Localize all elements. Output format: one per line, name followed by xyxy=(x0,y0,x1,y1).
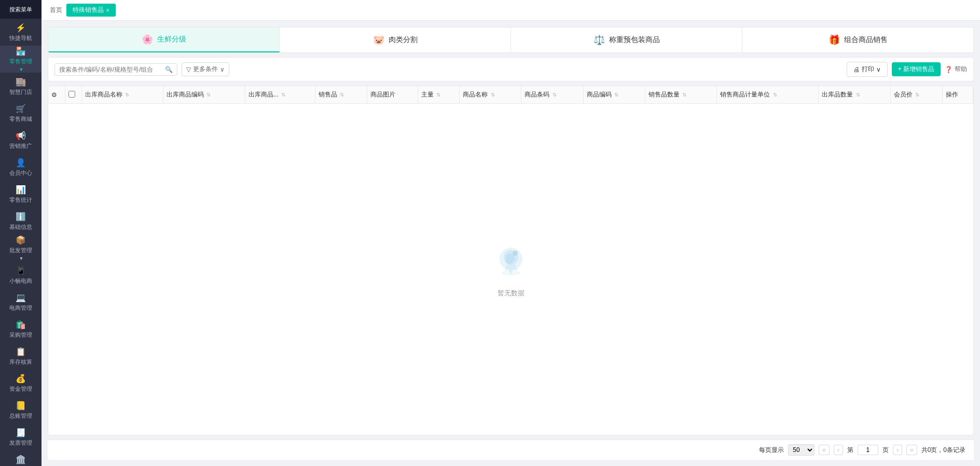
col-settings[interactable]: ⚙ xyxy=(48,86,65,104)
mini-ecom-icon: 📱 xyxy=(16,266,26,276)
wholesale-mgmt-arrow: ▼ xyxy=(19,256,24,261)
svg-point-3 xyxy=(513,251,518,256)
category-tabs: 🌸 生鲜分级 🐷 肉类分割 ⚖️ 称重预包装商品 🎁 组合商品销售 xyxy=(48,27,974,53)
sidebar-item-quick-nav[interactable]: ⚡ 快捷导航 xyxy=(0,19,42,46)
retail-mgmt-icon: 🏪 xyxy=(16,46,26,56)
search-input[interactable] xyxy=(59,66,163,73)
col-member-price[interactable]: 会员价 ⇅ xyxy=(890,86,942,104)
prev-page-button[interactable]: ‹ xyxy=(834,445,843,455)
col-sales-goods[interactable]: 销售品 ⇅ xyxy=(315,86,367,104)
tab-weigh-pack[interactable]: ⚖️ 称重预包装商品 xyxy=(511,28,742,52)
filter-icon: ▽ xyxy=(186,66,191,73)
per-page-label: 每页显示 xyxy=(759,446,784,455)
ecom-mgmt-icon: 💻 xyxy=(16,293,26,303)
sort-icon: ⇅ xyxy=(773,92,777,98)
table-container: ⚙ 出库商品名称 ⇅ 出库商品编码 ⇅ xyxy=(48,86,974,435)
col-out-goods-name[interactable]: 出库商品名称 ⇅ xyxy=(81,86,163,104)
per-page-select[interactable]: 50 10 20 100 xyxy=(788,444,815,456)
sidebar-item-ecom-mgmt[interactable]: 💻 电商管理 xyxy=(0,289,42,316)
filter-button[interactable]: ▽ 更多条件 ∨ xyxy=(182,62,229,76)
sidebar-item-member-center[interactable]: 👤 会员中心 xyxy=(0,154,42,181)
sidebar: 搜索菜单 ⚡ 快捷导航 🏪 零售管理 ▼ 🏬 智慧门店 🛒 零售商城 📢 营销推… xyxy=(0,0,42,466)
sidebar-item-basic-info[interactable]: ℹ️ 基础信息 xyxy=(0,208,42,235)
topbar: 首页 特殊销售品 × xyxy=(42,0,980,21)
sidebar-label-sales-promo: 营销推广 xyxy=(9,142,32,150)
col-goods-name[interactable]: 商品名称 ⇅ xyxy=(460,86,521,104)
smart-store-icon: 🏬 xyxy=(16,77,26,87)
sidebar-item-invoice-mgmt[interactable]: 🧾 发票管理 xyxy=(0,423,42,450)
sidebar-item-mini-ecom[interactable]: 📱 小畅电商 xyxy=(0,262,42,289)
sidebar-item-general-ledger[interactable]: 📒 总账管理 xyxy=(0,396,42,423)
next-page-button[interactable]: › xyxy=(893,445,902,455)
tab-meat-cut[interactable]: 🐷 肉类分割 xyxy=(280,28,511,52)
sort-icon: ⇅ xyxy=(682,92,686,98)
sort-icon: ⇅ xyxy=(436,92,440,98)
empty-state: 暂无数据 xyxy=(48,104,973,435)
sidebar-item-retail-mgmt[interactable]: 🏪 零售管理 ▼ xyxy=(0,46,42,73)
search-icon[interactable]: 🔍 xyxy=(165,66,173,73)
sidebar-item-sales-promo[interactable]: 📢 营销推广 xyxy=(0,127,42,154)
tab-combo-goods[interactable]: 🎁 组合商品销售 xyxy=(742,28,973,52)
print-label: 打印 xyxy=(862,65,874,74)
filter-label: 更多条件 xyxy=(193,65,218,74)
active-tab[interactable]: 特殊销售品 × xyxy=(66,4,116,17)
sidebar-item-smart-store[interactable]: 🏬 智慧门店 xyxy=(0,73,42,100)
sidebar-item-retail-mall[interactable]: 🛒 零售商城 xyxy=(0,100,42,127)
member-center-icon: 👤 xyxy=(16,158,26,168)
select-all-checkbox[interactable] xyxy=(68,91,75,98)
sidebar-label-purchase-mgmt: 采购管理 xyxy=(9,331,32,339)
data-table: ⚙ 出库商品名称 ⇅ 出库商品编码 ⇅ xyxy=(48,86,973,104)
toolbar-left: 🔍 ▽ 更多条件 ∨ xyxy=(54,62,229,76)
first-page-button[interactable]: « xyxy=(819,445,830,455)
col-out-qty[interactable]: 出库品数量 ⇅ xyxy=(819,86,890,104)
retail-mall-icon: 🛒 xyxy=(16,104,26,114)
sidebar-label-retail-stats: 零售统计 xyxy=(9,196,32,204)
next-page-icon: › xyxy=(896,446,899,454)
col-sales-unit[interactable]: 销售商品计量单位 ⇅ xyxy=(717,86,819,104)
col-goods-barcode[interactable]: 商品条码 ⇅ xyxy=(521,86,583,104)
print-button[interactable]: 🖨 打印 ∨ xyxy=(847,62,888,77)
sort-icon: ⇅ xyxy=(491,92,495,98)
retail-mgmt-arrow: ▼ xyxy=(19,67,24,72)
purchase-mgmt-icon: 🛍️ xyxy=(16,320,26,330)
col-goods-code[interactable]: 商品编码 ⇅ xyxy=(583,86,645,104)
col-checkbox[interactable] xyxy=(65,86,81,104)
print-icon: 🖨 xyxy=(853,66,860,73)
new-label: + 新增销售品 xyxy=(898,65,934,74)
sidebar-logo[interactable]: 搜索菜单 xyxy=(0,0,42,19)
help-button[interactable]: ❓ 帮助 xyxy=(945,65,967,74)
col-goods-image[interactable]: 商品图片 xyxy=(367,86,418,104)
close-tab-icon[interactable]: × xyxy=(106,7,109,14)
col-main-weight[interactable]: 主量 ⇅ xyxy=(418,86,460,104)
search-box[interactable]: 🔍 xyxy=(54,63,177,76)
last-page-button[interactable]: » xyxy=(906,445,917,455)
new-sales-button[interactable]: + 新增销售品 xyxy=(892,62,941,76)
sidebar-item-retail-stats[interactable]: 📊 零售统计 xyxy=(0,181,42,208)
first-page-icon: « xyxy=(822,446,826,454)
sales-promo-icon: 📢 xyxy=(16,131,26,141)
sort-icon: ⇅ xyxy=(281,92,285,98)
toolbar: 🔍 ▽ 更多条件 ∨ 🖨 打印 ∨ + 新增销售品 ❓ xyxy=(48,57,974,81)
pagination: 每页显示 50 10 20 100 « ‹ 第 页 › » 共0页，0条记录 xyxy=(48,440,974,460)
sidebar-label-basic-info: 基础信息 xyxy=(9,223,32,231)
sidebar-label-general-ledger: 总账管理 xyxy=(9,412,32,420)
sidebar-item-tax-mgmt[interactable]: 🏛️ 税务管理 xyxy=(0,450,42,466)
total-label: 共0页，0条记录 xyxy=(921,446,965,455)
sidebar-item-wholesale-mgmt[interactable]: 📦 批发管理 ▼ xyxy=(0,235,42,262)
col-out-goods-code[interactable]: 出库商品编码 ⇅ xyxy=(163,86,245,104)
sidebar-label-mini-ecom: 小畅电商 xyxy=(9,277,32,285)
print-arrow: ∨ xyxy=(876,66,881,73)
sidebar-label-retail-mall: 零售商城 xyxy=(9,115,32,123)
sidebar-item-fund-mgmt[interactable]: 💰 资金管理 xyxy=(0,369,42,396)
help-label: 帮助 xyxy=(955,65,967,74)
col-out-goods-extra[interactable]: 出库商品... ⇅ xyxy=(245,86,315,104)
col-sales-qty[interactable]: 销售品数量 ⇅ xyxy=(645,86,716,104)
combo-goods-label: 组合商品销售 xyxy=(844,35,888,45)
sidebar-item-purchase-mgmt[interactable]: 🛍️ 采购管理 xyxy=(0,316,42,342)
tax-mgmt-icon: 🏛️ xyxy=(16,455,26,464)
page-input[interactable] xyxy=(858,445,878,455)
sidebar-item-inventory[interactable]: 📋 库存核算 xyxy=(0,342,42,369)
col-action: 操作 xyxy=(942,86,973,104)
home-breadcrumb[interactable]: 首页 xyxy=(50,6,62,15)
tab-fresh-grade[interactable]: 🌸 生鲜分级 xyxy=(48,28,280,52)
